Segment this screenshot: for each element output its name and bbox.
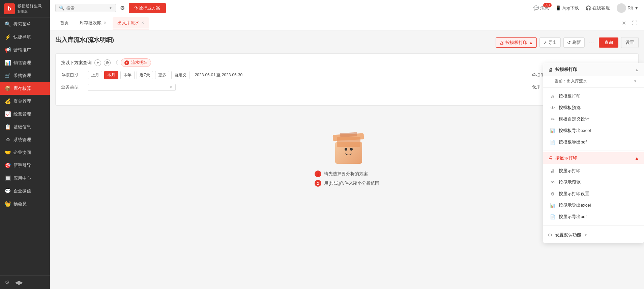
set-default-button[interactable]: ⚙ 设置默认功能 ▼ xyxy=(548,230,587,240)
date-this-year-button[interactable]: 本年 xyxy=(120,71,135,79)
tab-home[interactable]: 首页 xyxy=(55,17,74,29)
date-last7-button[interactable]: 近7天 xyxy=(137,71,153,79)
biz-type-select[interactable]: ▼ xyxy=(88,84,176,91)
dropdown-display-section-header[interactable]: 🖨 按显示打印 ▲ xyxy=(543,152,644,164)
dropdown-item-display-print[interactable]: 🖨 按显示打印 xyxy=(543,165,644,177)
topbar-search-input[interactable] xyxy=(66,6,107,10)
dropdown-item-template-excel[interactable]: 📊 按模板导出excel xyxy=(543,125,644,136)
close-window-button[interactable]: ✕ xyxy=(620,19,628,27)
filter-add-button[interactable]: + xyxy=(94,59,101,66)
dropdown-item-display-pdf[interactable]: 📄 按显示导出pdf xyxy=(543,211,644,222)
dropdown-item-template-preview[interactable]: 👁 按模板预览 xyxy=(543,102,644,113)
query-button[interactable]: 查询 xyxy=(599,37,618,48)
date-custom-button[interactable]: 自定义 xyxy=(171,71,189,79)
main-area: 🔍 ▼ ⚙ 体验行业方案 💬 消息 99+ 📱 App下载 🎧 在线客服 Rit xyxy=(50,0,644,289)
dropdown-item-display-excel[interactable]: 📊 按显示导出excel xyxy=(543,200,644,211)
sidebar-item-collab[interactable]: 🤝 企业协同 xyxy=(0,146,50,159)
date-this-month-button[interactable]: 本月 xyxy=(104,71,118,79)
dropdown-item-template-custom[interactable]: ✏ 模板自定义设计 xyxy=(543,113,644,125)
date-options: 上月 本月 本年 近7天 更多 自定义 xyxy=(88,71,189,79)
default-icon: ⚙ xyxy=(548,232,552,238)
sidebar-item-basic-info[interactable]: 📋 基础信息 xyxy=(0,121,50,133)
dropdown-item-template-pdf[interactable]: 📄 按模板导出pdf xyxy=(543,136,644,148)
biz-type-label: 业务类型 xyxy=(61,84,83,90)
settings-bottom-icon[interactable]: ⚙ xyxy=(5,279,9,286)
app-download-icon: 📱 xyxy=(556,5,561,10)
operation-icon: 📈 xyxy=(5,111,11,117)
date-label: 单据日期 xyxy=(61,72,83,78)
topbar-gear-icon[interactable]: ⚙ xyxy=(120,5,125,11)
window-controls: ✕ ⛶ xyxy=(620,19,639,27)
template-excel-icon: 📊 xyxy=(550,128,555,133)
industry-solution-button[interactable]: 体验行业方案 xyxy=(129,3,166,13)
search-icon: 🔍 xyxy=(5,21,11,27)
finance-icon: 💰 xyxy=(5,98,11,104)
sidebar-item-wechat[interactable]: 💬 企业微信 xyxy=(0,185,50,198)
sidebar-nav: 🔍 搜索菜单 ⚡ 快捷导航 📢 营销推广 📊 销售管理 🛒 采购管理 📦 库存核… xyxy=(0,18,50,275)
filter-chip-flow[interactable]: ● 流水明细 xyxy=(121,58,151,67)
purchase-icon: 🛒 xyxy=(5,73,11,79)
sidebar-logo: b 畅捷通好生意 标准版 xyxy=(0,0,50,18)
sidebar-item-search[interactable]: 🔍 搜索菜单 xyxy=(0,18,50,31)
divider-1 xyxy=(543,87,644,88)
app-logo-icon: b xyxy=(4,3,15,14)
user-menu[interactable]: Rit ▼ xyxy=(617,3,639,13)
collapse-sidebar-icon[interactable]: ◀▶ xyxy=(15,279,23,286)
sidebar-item-finance[interactable]: 💰 资金管理 xyxy=(0,95,50,108)
date-more-button[interactable]: 更多 xyxy=(155,71,169,79)
filter-collapse-button[interactable]: 《 xyxy=(113,60,118,66)
app-name: 畅捷通好生意 xyxy=(18,4,42,9)
topbar-search-box[interactable]: 🔍 ▼ xyxy=(55,4,116,12)
app-download-button[interactable]: 📱 App下载 xyxy=(556,5,579,11)
refresh-button[interactable]: ↺ 刷新 xyxy=(563,37,585,48)
online-service-button[interactable]: 🎧 在线客服 xyxy=(586,5,610,11)
footer-arrow: ▼ xyxy=(584,233,587,237)
topbar-right-actions: 💬 消息 99+ 📱 App下载 🎧 在线客服 Rit ▼ xyxy=(533,3,639,13)
date-last-month-button[interactable]: 上月 xyxy=(88,71,102,79)
sidebar: b 畅捷通好生意 标准版 🔍 搜索菜单 ⚡ 快捷导航 📢 营销推广 📊 销售管理… xyxy=(0,0,50,289)
display-settings-icon: ⚙ xyxy=(550,191,555,196)
dropdown-item-template-print[interactable]: 🖨 按模板打印 xyxy=(543,90,644,102)
tab-inout-flow-close[interactable]: ✕ xyxy=(141,21,144,25)
tab-batch-account[interactable]: 库存批次账 ✕ xyxy=(75,17,111,29)
dropdown-item-display-preview[interactable]: 👁 按显示预览 xyxy=(543,177,644,188)
template-pdf-icon: 📄 xyxy=(550,139,555,145)
display-print-icon: 🖨 xyxy=(548,155,553,161)
dropdown-collapse-icon[interactable]: ▲ xyxy=(635,67,639,72)
template-preview-icon: 👁 xyxy=(550,105,555,110)
message-icon: 💬 xyxy=(533,5,539,10)
export-button[interactable]: ↗ 导出 xyxy=(539,37,561,48)
print-template-button[interactable]: 🖨 按模板打印 ▲ xyxy=(496,37,537,48)
dropdown-display-section: 🖨 按显示打印 👁 按显示预览 ⚙ 按显示打印设置 📊 按显示导出excel 📄 xyxy=(543,164,644,224)
biz-type-arrow: ▼ xyxy=(169,85,173,89)
sidebar-item-marketing[interactable]: 📢 营销推广 xyxy=(0,44,50,56)
message-button[interactable]: 💬 消息 99+ xyxy=(533,5,549,11)
dropdown-template-header[interactable]: 🖨 按模板打印 ▲ xyxy=(543,63,644,76)
sidebar-item-quick-nav[interactable]: ⚡ 快捷导航 xyxy=(0,31,50,44)
export-icon: ↗ xyxy=(543,40,547,45)
tab-inout-flow[interactable]: 出入库流水 ✕ xyxy=(113,17,149,29)
sidebar-item-inventory[interactable]: 📦 库存核算 xyxy=(0,82,50,95)
sidebar-item-system[interactable]: ⚙ 系统管理 xyxy=(0,133,50,146)
empty-step-2: 2 用[过滤]条件来缩小分析范围 xyxy=(315,180,379,187)
dropdown-item-display-settings[interactable]: ⚙ 按显示打印设置 xyxy=(543,188,644,200)
inventory-icon: 📦 xyxy=(5,85,11,91)
wechat-icon: 💬 xyxy=(5,188,11,194)
sidebar-item-app-center[interactable]: 🔲 应用中心 xyxy=(0,172,50,185)
marketing-icon: 📢 xyxy=(5,47,11,53)
tab-batch-account-close[interactable]: ✕ xyxy=(104,21,107,25)
display-print-item-icon: 🖨 xyxy=(550,168,555,174)
empty-steps: 1 请先选择要分析的方案 2 用[过滤]条件来缩小分析范围 xyxy=(315,170,379,187)
settings-button[interactable]: 设置 xyxy=(621,37,639,48)
sidebar-item-sales[interactable]: 📊 销售管理 xyxy=(0,56,50,69)
sidebar-item-member[interactable]: 👑 畅会员 xyxy=(0,198,50,210)
sidebar-item-operation[interactable]: 📈 经营管理 xyxy=(0,108,50,121)
filter-settings-button[interactable]: ⚙ xyxy=(104,59,111,66)
sidebar-item-purchase[interactable]: 🛒 采购管理 xyxy=(0,69,50,82)
sidebar-item-guide[interactable]: 🎯 新手引导 xyxy=(0,159,50,172)
dropdown-current-item[interactable]: 当前：出入库流水 ▼ xyxy=(543,76,644,86)
refresh-icon: ↺ xyxy=(567,40,571,45)
maximize-window-button[interactable]: ⛶ xyxy=(631,19,639,27)
dropdown-template-section: 🖨 按模板打印 👁 按模板预览 ✏ 模板自定义设计 📊 按模板导出excel 📄 xyxy=(543,89,644,149)
display-section-arrow: ▲ xyxy=(635,156,639,161)
